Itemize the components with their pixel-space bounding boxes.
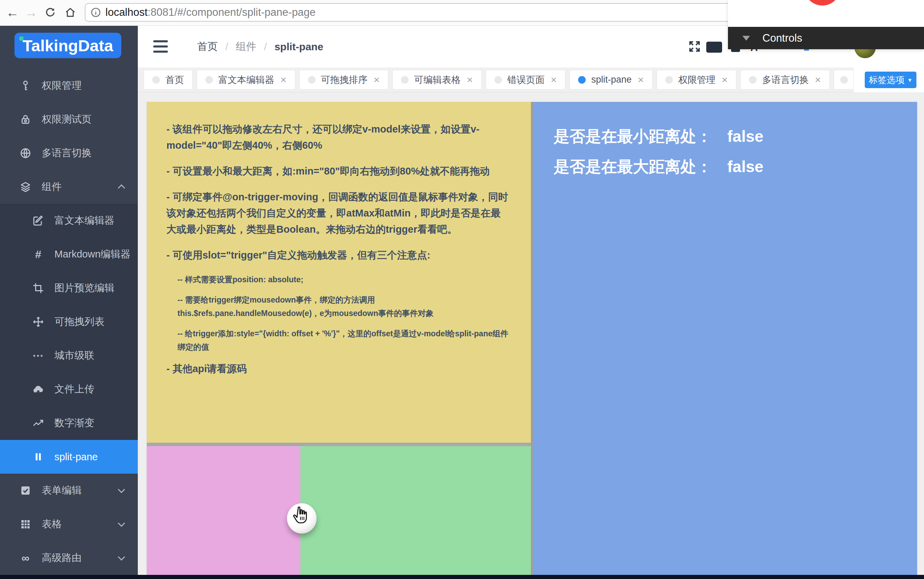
tag-label: 首页 [165,74,184,86]
tag-draggable-sort[interactable]: 可拖拽排序 × [299,70,389,90]
sidebar-item-number-gradient[interactable]: 数字渐变 [0,406,138,440]
tag-dot-icon [578,76,586,83]
ellipsis-icon: ··· [32,349,45,362]
sidebar-item-image-preview-edit[interactable]: 图片预览编辑 [0,271,138,305]
app-logo[interactable]: TalkingData [15,33,121,58]
chevron-up-icon [118,184,125,191]
tag-error-page[interactable]: 错误页面 × [486,70,566,90]
sidebar-item-components[interactable]: 组件 [0,170,138,204]
split-pane-bottom-left [147,446,300,576]
horizontal-split-trigger[interactable] [147,443,531,446]
cloud-upload-icon [32,383,45,396]
tag-dot-icon [494,76,502,83]
note-subline: -- 需要给trigger绑定mousedown事件，绑定的方法调用 this.… [177,293,510,320]
tag-permission-admin[interactable]: 权限管理 × [656,70,737,90]
tag-label: 可编辑表格 [414,74,461,86]
refresh-icon[interactable] [43,5,58,20]
close-icon[interactable]: × [374,74,380,86]
pause-icon [32,450,45,463]
mail-icon[interactable] [706,42,722,53]
status-value: false [727,157,763,176]
close-icon[interactable]: × [281,74,287,86]
main-content: - 该组件可以拖动修改左右尺寸，还可以绑定v-model来设置，如设置v-mod… [138,92,924,579]
url-host: localhost [105,6,148,19]
back-icon[interactable]: ← [5,5,20,20]
tag-dot-icon [205,76,213,83]
tag-dot-icon [840,76,848,83]
note-line: - 该组件可以拖动修改左右尺寸，还可以绑定v-model来设置，如设置v-mod… [166,121,510,154]
split-pane-left-top: - 该组件可以拖动修改左右尺寸，还可以绑定v-model来设置，如设置v-mod… [147,102,531,443]
sidebar-item-label: 高级路由 [42,551,82,565]
infinity-icon: ∞ [19,551,32,564]
tag-dot-icon [401,76,409,83]
breadcrumb-components[interactable]: 组件 [236,39,256,54]
sidebar-item-i18n[interactable]: 多语言切换 [0,136,138,170]
tag-partial[interactable] [834,70,854,90]
hash-icon: # [32,248,45,261]
sidebar-item-label: 表格 [42,517,62,531]
sidebar-item-city-cascade[interactable]: ··· 城市级联 [0,339,138,373]
sidebar-item-split-pane[interactable]: split-pane [0,440,138,474]
close-icon[interactable]: × [815,74,821,86]
red-circle [804,0,840,5]
sidebar-item-label: split-pane [54,451,98,463]
controls-header[interactable]: Controls [728,27,924,49]
note-line: - 可使用slot="trigger"自定义拖动触发器，但有三个注意点: [166,247,510,263]
breadcrumb-home[interactable]: 首页 [197,39,218,54]
chevron-down-icon [118,553,125,560]
tag-label: 可拖拽排序 [321,74,368,86]
crop-icon [32,281,45,294]
menu-toggle-button[interactable] [153,40,168,53]
sidebar-item-label: Markdown编辑器 [54,247,131,261]
caret-down-icon[interactable] [742,36,750,41]
note-line: - 可设置最小和最大距离，如:min="80"即向右拖动到80%处就不能再拖动 [166,163,510,179]
sidebar-item-form-edit[interactable]: 表单编辑 [0,474,138,507]
tag-editable-table[interactable]: 可编辑表格 × [392,70,482,90]
close-icon[interactable]: × [467,74,473,86]
tag-options-button[interactable]: 标签选项 ▼ [865,72,916,88]
tags-list: 首页 富文本编辑器 × 可拖拽排序 × 可编辑表格 × 错误页面 × [144,70,854,90]
trending-up-icon [32,417,45,430]
sidebar-item-label: 图片预览编辑 [54,281,114,295]
split-pane-right: 是否是在最小距离处： false 是否是在最大距离处： false [533,102,917,576]
tag-home[interactable]: 首页 [144,70,193,90]
close-icon[interactable]: × [638,74,644,86]
sidebar-item-draggable-list[interactable]: 可拖拽列表 [0,305,138,339]
sidebar-item-label: 城市级联 [54,349,94,363]
forward-icon[interactable]: → [23,5,39,20]
sidebar-item-label: 组件 [42,180,62,194]
close-icon[interactable]: × [722,74,728,86]
tag-i18n[interactable]: 多语言切换 × [740,70,830,90]
sidebar-item-permission-admin[interactable]: 权限管理 [0,69,138,103]
tag-options-container: 标签选项 ▼ [854,67,924,92]
sidebar-menu: 权限管理 权限测试页 多语言切换 组件 [0,69,138,575]
home-icon[interactable] [63,5,78,20]
caret-down-icon: ▼ [908,77,913,83]
fullscreen-icon[interactable] [688,39,701,53]
info-icon[interactable] [90,7,101,18]
note-line: - 其他api请看源码 [166,361,510,377]
compose-icon [32,214,45,227]
sidebar-item-advanced-router[interactable]: ∞ 高级路由 [0,541,138,575]
sidebar-item-markdown-editor[interactable]: # Markdown编辑器 [0,237,138,271]
status-row-min: 是否是在最小距离处： false [554,126,903,147]
sidebar-item-permission-test[interactable]: 权限测试页 [0,103,138,136]
controls-overlay: Controls [728,0,924,49]
tag-rich-text-editor[interactable]: 富文本编辑器 × [197,70,295,90]
chevron-down-icon [118,486,125,493]
tag-label: 多语言切换 [762,74,809,86]
lock-icon [19,113,32,126]
tag-split-pane[interactable]: split-pane × [569,70,653,90]
breadcrumb-separator: / [225,41,228,53]
close-icon[interactable]: × [551,74,557,86]
sidebar-item-table[interactable]: 表格 [0,507,138,541]
desktop-edge [0,575,924,579]
logo-dot [19,36,23,41]
note-subline: -- 给trigger添加:style="{width: offset + '%… [177,327,510,354]
sidebar-item-file-upload[interactable]: 文件上传 [0,373,138,406]
controls-title: Controls [762,32,802,44]
status-value: false [727,127,763,146]
sidebar-item-label: 数字渐变 [54,416,94,430]
split-pane-bottom-right [300,446,531,576]
sidebar-item-rich-text-editor[interactable]: 富文本编辑器 [0,204,138,237]
